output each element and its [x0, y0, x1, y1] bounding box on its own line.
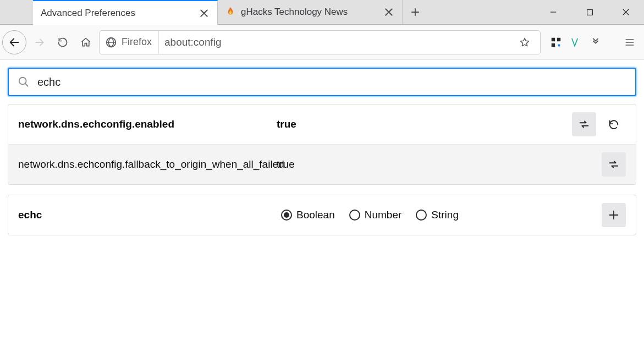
tabstrip-spacer — [428, 0, 535, 25]
plus-icon — [608, 209, 620, 221]
extension-icon[interactable] — [567, 35, 582, 50]
add-pref-button[interactable] — [602, 203, 626, 227]
svg-rect-0 — [587, 9, 592, 15]
new-pref-type-group: Boolean Number String — [281, 209, 602, 221]
svg-rect-3 — [557, 37, 560, 41]
pref-value: true — [277, 118, 572, 130]
radio-string[interactable]: String — [416, 209, 459, 221]
identity-box[interactable]: Firefox — [105, 31, 159, 54]
close-icon[interactable] — [199, 8, 210, 19]
toolbar-extensions — [548, 32, 640, 52]
pref-search-box[interactable] — [8, 68, 636, 96]
svg-rect-4 — [552, 43, 555, 46]
radio-boolean[interactable]: Boolean — [281, 209, 335, 221]
pref-name: network.dns.echconfig.fallback_to_origin… — [18, 158, 277, 170]
radio-label: Number — [365, 209, 402, 221]
radio-bullet-icon — [281, 210, 292, 221]
pref-search-input[interactable] — [37, 76, 626, 89]
close-icon[interactable] — [383, 7, 394, 18]
radio-number[interactable]: Number — [349, 209, 402, 221]
hamburger-menu-button[interactable] — [620, 32, 640, 52]
firefox-icon — [105, 36, 117, 48]
maximize-button[interactable] — [571, 0, 608, 25]
reload-button[interactable] — [53, 32, 73, 52]
pref-row[interactable]: network.dns.echconfig.fallback_to_origin… — [8, 145, 636, 184]
toggle-button[interactable] — [572, 112, 596, 136]
tab-strip: Advanced Preferences gHacks Technology N… — [0, 0, 644, 25]
search-icon — [18, 76, 30, 88]
new-pref-row: echc Boolean Number String — [8, 195, 636, 235]
tab-ghacks[interactable]: gHacks Technology News — [218, 0, 403, 25]
overflow-button[interactable] — [586, 32, 606, 52]
home-button[interactable] — [76, 32, 96, 52]
new-tab-button[interactable] — [403, 0, 428, 25]
tab-advanced-preferences[interactable]: Advanced Preferences — [33, 0, 218, 25]
radio-label: String — [431, 209, 459, 221]
reset-icon — [608, 118, 620, 130]
tab-title: Advanced Preferences — [41, 8, 193, 19]
minimize-button[interactable] — [535, 0, 571, 25]
tab-title: gHacks Technology News — [241, 7, 378, 18]
extension-grid-icon[interactable] — [548, 35, 564, 50]
pref-results: network.dns.echconfig.enabled true netwo… — [8, 104, 636, 185]
identity-label: Firefox — [122, 36, 152, 48]
about-config-page: network.dns.echconfig.enabled true netwo… — [0, 60, 644, 235]
pref-row[interactable]: network.dns.echconfig.enabled true — [8, 104, 636, 145]
nav-toolbar: Firefox about:config — [0, 25, 644, 60]
tabstrip-spacer — [0, 0, 33, 25]
svg-rect-5 — [558, 44, 560, 46]
radio-bullet-icon — [416, 210, 427, 221]
radio-bullet-icon — [349, 210, 360, 221]
close-window-button[interactable] — [608, 0, 644, 25]
radio-label: Boolean — [296, 209, 335, 221]
svg-rect-2 — [552, 37, 555, 41]
url-bar[interactable]: Firefox about:config — [99, 30, 541, 54]
toggle-button[interactable] — [602, 152, 626, 177]
back-button[interactable] — [2, 30, 26, 54]
svg-point-6 — [19, 78, 26, 85]
window-controls — [535, 0, 644, 25]
pref-value: true — [277, 158, 602, 170]
toggle-icon — [578, 118, 590, 130]
ghacks-favicon-icon — [225, 7, 235, 17]
reset-button[interactable] — [602, 112, 626, 136]
new-pref-name: echc — [18, 209, 281, 221]
toggle-icon — [608, 158, 620, 170]
bookmark-star-icon[interactable] — [515, 32, 535, 52]
url-text: about:config — [164, 36, 509, 48]
forward-button[interactable] — [30, 32, 49, 52]
pref-name: network.dns.echconfig.enabled — [18, 118, 277, 130]
